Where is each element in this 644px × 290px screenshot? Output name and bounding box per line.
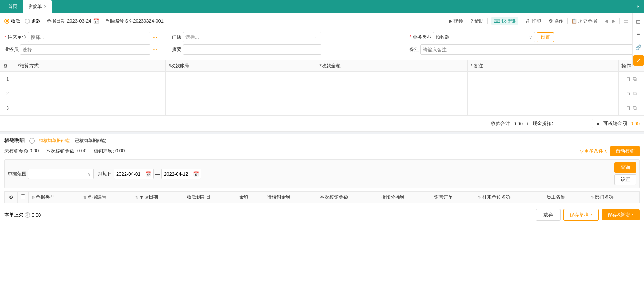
range-select[interactable]: ∨ [28,169,94,179]
row-2-settlement[interactable] [15,86,166,101]
refund-radio[interactable] [25,19,30,24]
counterparty-input[interactable] [28,32,150,42]
next-icon[interactable]: ▶ [612,18,616,24]
list-view-icon[interactable]: ☰ [623,17,628,24]
row-1-copy-icon[interactable]: ⧉ [633,76,637,82]
set-button[interactable]: 设置 [614,174,636,185]
row-3-account-input[interactable] [166,101,316,115]
select-all-checkbox[interactable] [21,194,25,199]
settings-button[interactable]: 设置 [537,32,554,42]
bt-col-checkbox[interactable] [18,192,29,203]
done-tab[interactable]: 已核销单据(0笔) [75,138,107,144]
history-icon: 📋 [571,18,577,24]
date-to-picker[interactable]: 2022-04-12 📅 [161,169,201,179]
discount-input[interactable] [557,119,593,128]
pending-tab[interactable]: 待核销单据(0笔) [39,138,71,144]
shortcut-label: 快捷键 [502,18,516,24]
receipt-option[interactable]: 收款 [4,18,20,24]
bt-col-gear[interactable]: ⚙ [5,192,18,203]
row-1-settlement[interactable] [15,72,166,86]
draft-caret: ∧ [590,213,593,217]
staff-more-icon[interactable]: ··· [153,46,157,53]
video-label: 视频 [453,18,463,24]
staff-input[interactable] [20,44,150,55]
tab-active[interactable]: 收款单 × [23,0,52,13]
row-2-settlement-input[interactable] [15,86,165,101]
limit-info-icon[interactable]: ⓘ [25,212,30,218]
row-3-delete-icon[interactable]: 🗑 [626,105,631,111]
more-conditions-btn[interactable]: ▽ 更多条件 ∧ [580,148,608,154]
summary-bar: 收款合计 0.00 + 现金折扣: = 可核销金额 0.00 [0,115,644,131]
maximize-btn[interactable]: □ [626,4,632,9]
total-value: 0.00 [514,121,523,126]
row-3-settlement-input[interactable] [15,101,165,115]
tab-close[interactable]: × [44,0,47,13]
row-1-account-input[interactable] [166,72,316,86]
business-type-select[interactable]: 预收款 ∨ [433,32,535,42]
reconcile-filter: 单据范围 ∨ 到期日 2022-04-01 📅 — 2022-04-12 📅 [4,159,640,188]
panel-icon-4[interactable]: ⤢ [633,55,644,66]
calendar-icon[interactable]: 📅 [93,18,99,24]
minimize-btn[interactable]: — [615,4,623,9]
prev-icon[interactable]: ◀ [605,18,608,24]
row-2-amount[interactable] [317,86,467,101]
row-1-note-input[interactable] [468,72,618,86]
panel-icon-1[interactable]: ▤ [633,16,644,26]
col-gear-header[interactable]: ⚙ [0,60,15,72]
row-2-account[interactable] [166,86,317,101]
row-1-amount[interactable] [317,72,467,86]
save-button[interactable]: 保存&新增 ∧ [602,209,640,220]
receipt-radio[interactable] [4,19,9,24]
draft-button[interactable]: 保存草稿 ∧ [564,209,599,221]
abandon-button[interactable]: 放弃 [536,209,561,221]
calendar-from-icon[interactable]: 📅 [145,171,151,177]
row-2-delete-icon[interactable]: 🗑 [626,90,631,97]
panel-icon-2[interactable]: ⊟ [633,29,644,39]
footer-left: 本单上欠 ⓘ 0.00 [4,212,41,218]
video-btn[interactable]: ▶ 视频 [449,18,463,24]
date-dash: — [155,171,160,177]
close-btn[interactable]: × [635,4,641,9]
row-1-settlement-input[interactable] [15,72,165,86]
shop-placeholder: 选择... [185,34,199,40]
bt-gear-icon[interactable]: ⚙ [9,195,13,200]
reconcile-info-icon[interactable]: i [29,138,35,144]
row-3-actions: 🗑 ⧉ [619,101,644,115]
row-3-amount-input[interactable] [317,101,467,115]
row-2-note[interactable] [467,86,618,101]
note-input[interactable] [420,44,640,55]
panel-icon-3[interactable]: 🔗 [633,42,644,52]
help-btn[interactable]: ? 帮助 [471,18,484,24]
row-3-amount[interactable] [317,101,467,115]
row-3-copy-icon[interactable]: ⧉ [633,105,637,111]
print-btn[interactable]: 🖨 打印 [526,18,541,24]
row-3-note[interactable] [467,101,618,115]
row-3-settlement[interactable] [15,101,166,115]
history-btn[interactable]: 📋 历史单据 [571,18,597,24]
date-from-picker[interactable]: 2022-04-01 📅 [114,169,154,179]
calendar-to-icon[interactable]: 📅 [193,171,199,177]
refund-option[interactable]: 退款 [25,18,41,24]
row-2-copy-icon[interactable]: ⧉ [633,90,637,97]
gear-icon[interactable]: ⚙ [3,63,8,69]
row-2-account-input[interactable] [166,86,316,101]
shop-select[interactable]: 选择... ··· [183,32,321,42]
row-2-note-input[interactable] [468,86,618,101]
range-label: 单据范围 [8,171,27,177]
row-1-amount-input[interactable] [317,72,467,86]
divider3 [522,18,522,24]
operation-btn[interactable]: ⚙ 操作 [549,18,564,24]
shortcut-btn[interactable]: ⌨ 快捷键 [491,17,518,25]
tab-home[interactable]: 首页 [3,0,23,13]
query-button[interactable]: 查询 [614,162,636,173]
row-1-note[interactable] [467,72,618,86]
row-3-note-input[interactable] [468,101,618,115]
row-1-account[interactable] [166,72,317,86]
row-3-account[interactable] [166,101,317,115]
row-2-amount-input[interactable] [317,86,467,101]
reconcile-section: 核销明细 i 待核销单据(0笔) 已核销单据(0笔) 未核销金额 0.00 本次… [0,134,644,206]
summary-input[interactable] [183,44,321,55]
auto-reconcile-button[interactable]: 自动核销 [610,146,640,156]
counterparty-more-icon[interactable]: ··· [153,34,157,40]
row-1-delete-icon[interactable]: 🗑 [626,76,631,82]
